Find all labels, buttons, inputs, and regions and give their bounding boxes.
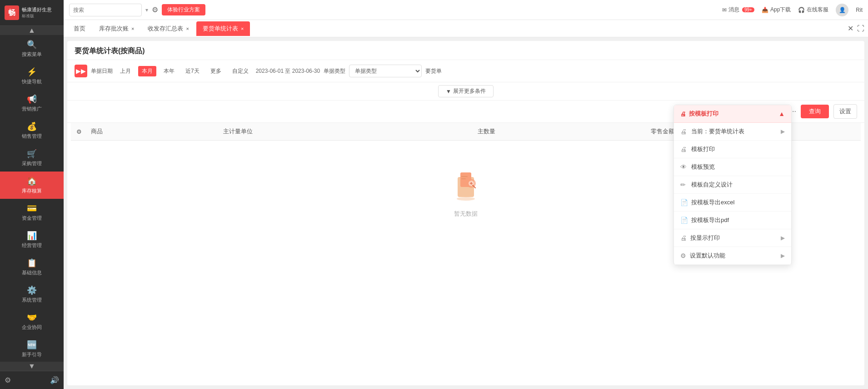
sidebar: 畅 畅康通好生意 标准版 ▲ 🔍 搜索菜单 ⚡ 快捷导航 📢 营销推广 💰 销售…	[0, 0, 64, 389]
filter-date-range: 2023-06-01 至 2023-06-30	[256, 67, 320, 75]
sidebar-scroll-up[interactable]: ▲	[0, 26, 64, 35]
dropdown-item-template-print[interactable]: 🖨 模板打印	[674, 141, 791, 158]
dropdown-item-export-pdf[interactable]: 📄 按模板导出pdf	[674, 212, 791, 229]
dropdown-section-display-print[interactable]: 🖨 按显示打印 ▶	[674, 229, 791, 247]
sidebar-item-enterprise[interactable]: 🤝 企业协同	[0, 308, 64, 335]
sidebar-item-search[interactable]: 🔍 搜索菜单	[0, 35, 64, 62]
dropdown-template-preview-label: 模板预览	[691, 163, 715, 171]
dropdown-item-template-preview[interactable]: 👁 模板预览	[674, 158, 791, 176]
sidebar-item-quick-nav[interactable]: ⚡ 快捷导航	[0, 62, 64, 90]
filter-bar: ▶▶ 单据日期 上月 本月 本年 近7天 更多 自定义 2023-06-01 至…	[67, 60, 864, 82]
search-chevron-icon[interactable]: ▾	[145, 7, 148, 13]
tab-inventory-batch-label: 库存批次账	[99, 25, 129, 33]
filter-goods-label: 要货单	[425, 67, 442, 75]
download-icon: 📥	[762, 7, 768, 13]
filter-type-select[interactable]: 单据类型	[349, 65, 422, 77]
sidebar-item-purchase[interactable]: 🛒 采购管理	[0, 144, 64, 172]
tab-receipt-summary[interactable]: 收发存汇总表 ×	[141, 21, 195, 36]
dropdown-panel: 🖨 按模板打印 ▲ 🖨 当前：要货单统计表 ▶ 🖨 模板打印 👁 模板预览 ✏ …	[673, 105, 792, 265]
tab-inventory-batch-close[interactable]: ×	[131, 26, 134, 31]
dropdown-item-template-design[interactable]: ✏ 模板自定义设计	[674, 176, 791, 194]
app-download-action[interactable]: 📥 App下载	[762, 6, 791, 14]
sidebar-footer: ⚙ 🔊	[0, 371, 64, 389]
svg-point-0	[457, 197, 475, 201]
dropdown-header[interactable]: 🖨 按模板打印 ▲	[674, 105, 791, 123]
empty-state-label: 暂无数据	[454, 210, 478, 218]
service-icon: 🎧	[798, 7, 805, 13]
sidebar-item-guide[interactable]: 🆕 新手引导	[0, 335, 64, 362]
dropdown-set-default-icon: ⚙	[680, 252, 686, 259]
col-settings[interactable]: ⚙	[71, 123, 87, 141]
dropdown-section-set-default[interactable]: ⚙ 设置默认功能 ▶	[674, 247, 791, 265]
filter-last-month-btn[interactable]: 上月	[116, 66, 135, 76]
dropdown-template-design-icon: ✏	[680, 181, 688, 188]
footer-settings-icon[interactable]: ⚙	[5, 376, 11, 384]
sidebar-item-inventory[interactable]: 🏠 库存核算	[0, 172, 64, 199]
message-action[interactable]: ✉ 消息 99+	[722, 6, 754, 14]
sidebar-nav: 🔍 搜索菜单 ⚡ 快捷导航 📢 营销推广 💰 销售管理 🛒 采购管理 🏠 库存核…	[0, 35, 64, 362]
basic-icon: 📋	[27, 258, 37, 268]
quick-nav-icon: ⚡	[27, 67, 37, 77]
expand-more-button[interactable]: ▼ 展开更多条件	[438, 85, 494, 97]
sidebar-item-basic[interactable]: 📋 基础信息	[0, 253, 64, 281]
filter-expand-button[interactable]: ▶▶	[75, 65, 87, 77]
filter-more-btn[interactable]: 更多	[207, 66, 225, 76]
dropdown-set-default-label: 设置默认功能	[690, 252, 725, 260]
settings-button[interactable]: 设置	[833, 104, 857, 119]
message-icon: ✉	[722, 7, 727, 13]
app-name: 畅康通好生意	[22, 6, 52, 13]
tab-order-stats[interactable]: 要货单统计表 ×	[196, 21, 250, 36]
tab-receipt-summary-close[interactable]: ×	[186, 26, 189, 31]
search-icon: 🔍	[27, 40, 37, 50]
dropdown-template-design-label: 模板自定义设计	[691, 181, 733, 189]
user-avatar[interactable]: 👤	[836, 4, 848, 16]
logo-icon: 畅	[5, 5, 19, 20]
filter-last7-btn[interactable]: 近7天	[182, 66, 203, 76]
tab-inventory-batch[interactable]: 库存批次账 ×	[93, 21, 140, 36]
dropdown-set-default-arrow-icon: ▶	[781, 253, 785, 259]
search-input[interactable]	[69, 4, 142, 16]
sidebar-scroll-down[interactable]: ▼	[0, 362, 64, 371]
dropdown-display-print-label: 按显示打印	[690, 234, 720, 242]
window-maximize-icon[interactable]: ⛶	[857, 25, 864, 33]
tab-home-label: 首页	[74, 25, 85, 33]
dropdown-title: 按模板打印	[689, 110, 718, 118]
filter-this-month-btn[interactable]: 本月	[138, 66, 156, 76]
query-button[interactable]: 查询	[801, 105, 829, 118]
filter-custom-btn[interactable]: 自定义	[229, 66, 252, 76]
tab-order-stats-close[interactable]: ×	[241, 26, 244, 31]
purchase-icon: 🛒	[27, 149, 37, 159]
sidebar-item-operation[interactable]: 📊 经营管理	[0, 226, 64, 253]
inventory-icon: 🏠	[27, 176, 37, 186]
enterprise-icon: 🤝	[27, 313, 37, 323]
marketing-icon: 📢	[27, 94, 37, 104]
online-service-action[interactable]: 🎧 在线客服	[798, 6, 828, 14]
dropdown-header-left: 🖨 按模板打印	[680, 110, 718, 118]
window-close-icon[interactable]: ✕	[848, 24, 853, 33]
col-settings-icon[interactable]: ⚙	[76, 128, 82, 135]
footer-audio-icon[interactable]: 🔊	[50, 376, 59, 384]
topbar-settings-icon[interactable]: ⚙	[152, 5, 158, 14]
dropdown-item-current[interactable]: 🖨 当前：要货单统计表 ▶	[674, 123, 791, 141]
dropdown-printer-icon: 🖨	[680, 111, 686, 117]
sidebar-item-finance[interactable]: 💳 资金管理	[0, 199, 64, 226]
sidebar-item-system[interactable]: ⚙️ 系统管理	[0, 281, 64, 308]
system-icon: ⚙️	[27, 285, 37, 295]
tab-home[interactable]: 首页	[67, 21, 92, 36]
tab-receipt-summary-label: 收发存汇总表	[148, 25, 183, 33]
dropdown-item-export-excel[interactable]: 📄 按模板导出excel	[674, 194, 791, 212]
dropdown-template-print-icon: 🖨	[680, 146, 688, 153]
dropdown-template-print-label: 模板打印	[691, 145, 715, 153]
dropdown-export-excel-icon: 📄	[680, 199, 688, 206]
sidebar-item-sales[interactable]: 💰 销售管理	[0, 117, 64, 144]
col-unit: 主计量单位	[219, 123, 474, 141]
guide-icon: 🆕	[27, 340, 37, 350]
page-title: 要货单统计表(按商品)	[75, 47, 145, 55]
top-bar-left: ▾ ⚙ 体验行业方案	[69, 4, 718, 16]
dropdown-display-print-arrow-icon: ▶	[781, 235, 785, 241]
sidebar-item-marketing[interactable]: 📢 营销推广	[0, 90, 64, 117]
user-name[interactable]: Rit	[856, 7, 863, 13]
filter-this-year-btn[interactable]: 本年	[160, 66, 178, 76]
sidebar-logo: 畅 畅康通好生意 标准版	[0, 0, 64, 26]
experience-button[interactable]: 体验行业方案	[162, 4, 205, 15]
